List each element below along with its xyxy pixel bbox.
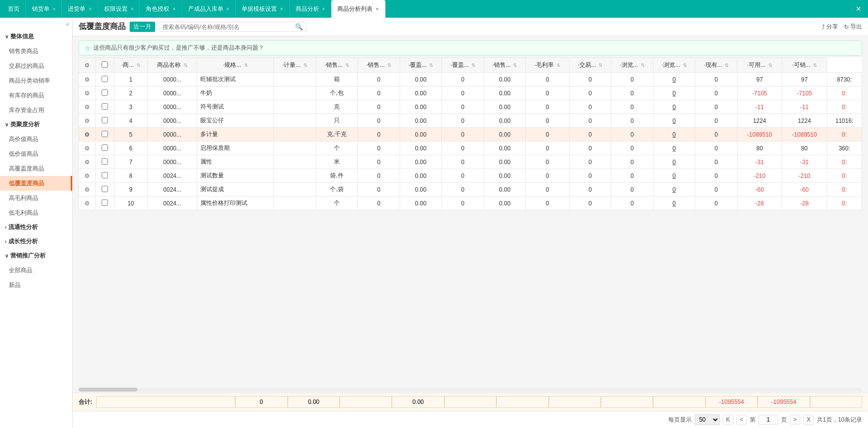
row-select-checkbox[interactable] <box>102 103 108 110</box>
search-input[interactable] <box>163 24 295 30</box>
nav-tab-inventory[interactable]: 产成品入库单 × <box>182 0 236 18</box>
nav-tab-purchase[interactable]: 进货单 × <box>62 0 98 18</box>
row-gear[interactable]: ⚙ <box>79 128 96 142</box>
row-gear[interactable]: ⚙ <box>79 197 96 210</box>
row-checkbox[interactable] <box>96 169 114 183</box>
col-browse1[interactable]: ·浏览... ⇅ <box>611 58 653 73</box>
col-browse2[interactable]: ·浏览... ⇅ <box>653 58 695 73</box>
nav-tab-sales[interactable]: 销货单 × <box>26 0 62 18</box>
row-select-checkbox[interactable] <box>102 76 108 82</box>
close-icon[interactable]: × <box>88 6 91 12</box>
col-cover2[interactable]: ·覆盖... ⇅ <box>442 58 484 73</box>
row-browse1[interactable]: 0 <box>653 183 695 197</box>
row-gear[interactable]: ⚙ <box>79 183 96 197</box>
sidebar-item-low-margin[interactable]: 低毛利商品 <box>0 205 72 220</box>
last-page-button[interactable]: X <box>803 415 814 425</box>
col-code[interactable]: ·商... ⇅ <box>114 58 147 73</box>
sidebar-section-general[interactable]: ∨ 整体信息 <box>0 29 72 44</box>
col-cover1[interactable]: ·覆盖... ⇅ <box>400 58 442 73</box>
sidebar-item-sales-goods[interactable]: 销售类商品 <box>0 44 72 58</box>
col-sales-amt[interactable]: ·销售... ⇅ <box>358 58 400 73</box>
next-page-button[interactable]: > <box>790 415 800 425</box>
row-browse1[interactable]: 0 <box>653 128 695 142</box>
row-browse1[interactable]: 0 <box>653 73 695 86</box>
row-browse1[interactable]: 0 <box>653 86 695 100</box>
row-browse1[interactable]: 0 <box>653 197 695 210</box>
prev-page-button[interactable]: < <box>736 415 747 425</box>
sidebar-item-stock-funds[interactable]: 库存资金占用 <box>0 103 72 117</box>
sidebar-collapse-button[interactable]: « <box>0 18 72 29</box>
row-gear[interactable]: ⚙ <box>79 100 96 114</box>
close-icon[interactable]: × <box>53 6 55 12</box>
horizontal-scrollbar[interactable] <box>79 388 862 392</box>
sidebar-item-traded-goods[interactable]: 交易过的商品 <box>0 58 72 73</box>
sidebar-section-cluster[interactable]: ∨ 类聚度分析 <box>0 117 72 132</box>
row-select-checkbox[interactable] <box>102 186 108 192</box>
col-sales-qty[interactable]: ·销售... ⇅ <box>316 58 358 73</box>
sidebar-item-low-value[interactable]: 低价值商品 <box>0 146 72 161</box>
col-name[interactable]: 商品名称 ⇅ <box>148 58 197 73</box>
sidebar-section-liquidity[interactable]: › 流通性分析 <box>0 220 72 234</box>
row-browse1[interactable]: 0 <box>653 100 695 114</box>
row-select-checkbox[interactable] <box>102 200 108 206</box>
sidebar-item-all-goods[interactable]: 全部商品 <box>0 263 72 278</box>
row-checkbox[interactable] <box>96 128 114 142</box>
nav-tab-goods-analysis-list[interactable]: 商品分析列表 × <box>331 0 385 18</box>
sidebar-section-marketing[interactable]: ∨ 营销推广分析 <box>0 249 72 263</box>
search-box[interactable]: 🔍 <box>159 22 306 32</box>
sidebar-section-growth[interactable]: › 成长性分析 <box>0 234 72 249</box>
sidebar-item-high-value[interactable]: 高价值商品 <box>0 132 72 146</box>
row-checkbox[interactable] <box>96 142 114 155</box>
page-number-input[interactable] <box>759 415 778 425</box>
row-select-checkbox[interactable] <box>102 117 108 123</box>
nav-tab-roles[interactable]: 角色授权 × <box>140 0 182 18</box>
row-checkbox[interactable] <box>96 197 114 210</box>
close-icon[interactable]: × <box>280 6 283 12</box>
time-filter-button[interactable]: 近一月 <box>130 22 155 32</box>
close-icon[interactable]: × <box>226 6 229 12</box>
nav-tab-goods-analysis[interactable]: 商品分析 × <box>290 0 331 18</box>
row-checkbox[interactable] <box>96 73 114 86</box>
row-browse1[interactable]: 0 <box>653 169 695 183</box>
row-gear[interactable]: ⚙ <box>79 86 96 100</box>
close-icon[interactable]: × <box>131 6 134 12</box>
col-gear[interactable]: ⚙ <box>79 58 96 73</box>
row-checkbox[interactable] <box>96 114 114 128</box>
table-container[interactable]: ⚙ ·商... ⇅ 商品名称 ⇅ ·规格... ⇅ ·计量... ⇅ ·销售..… <box>79 57 862 388</box>
sidebar-item-new-goods[interactable]: 新品 <box>0 278 72 292</box>
sidebar-item-category-rate[interactable]: 商品分类动销率 <box>0 73 72 88</box>
per-page-select[interactable]: 50 20 100 200 <box>695 414 720 425</box>
close-all-button[interactable]: × <box>851 0 866 18</box>
close-icon[interactable]: × <box>172 6 175 12</box>
row-browse1[interactable]: 0 <box>653 155 695 169</box>
col-spec[interactable]: ·规格... ⇅ <box>197 58 273 73</box>
export-button[interactable]: ↻ 导出 <box>844 23 862 31</box>
row-checkbox[interactable] <box>96 155 114 169</box>
sidebar-item-low-coverage[interactable]: 低覆盖度商品 <box>0 176 72 191</box>
col-unit[interactable]: ·计量... ⇅ <box>274 58 316 73</box>
col-checkbox[interactable] <box>96 58 114 73</box>
close-icon[interactable]: × <box>376 6 379 12</box>
close-icon[interactable]: × <box>322 6 325 12</box>
share-button[interactable]: ⤴ 分享 <box>822 23 838 31</box>
row-select-checkbox[interactable] <box>102 131 108 137</box>
row-gear[interactable]: ⚙ <box>79 73 96 86</box>
row-browse1[interactable]: 0 <box>653 114 695 128</box>
first-page-button[interactable]: K <box>723 415 733 425</box>
sidebar-item-high-margin[interactable]: 高毛利商品 <box>0 191 72 205</box>
col-margin[interactable]: ·毛利率 ⇅ <box>526 58 569 73</box>
row-checkbox[interactable] <box>96 183 114 197</box>
select-all-checkbox[interactable] <box>102 61 108 68</box>
row-select-checkbox[interactable] <box>102 172 108 178</box>
row-select-checkbox[interactable] <box>102 158 108 165</box>
row-gear[interactable]: ⚙ <box>79 142 96 155</box>
col-sales3[interactable]: ·销售... ⇅ <box>484 58 526 73</box>
col-sellable[interactable]: ·可销... ⇅ <box>782 58 827 73</box>
row-gear[interactable]: ⚙ <box>79 155 96 169</box>
row-browse1[interactable]: 0 <box>653 142 695 155</box>
row-checkbox[interactable] <box>96 100 114 114</box>
col-available[interactable]: ·可用... ⇅ <box>737 58 782 73</box>
row-select-checkbox[interactable] <box>102 144 108 151</box>
nav-tab-permissions[interactable]: 权限设置 × <box>98 0 140 18</box>
row-gear[interactable]: ⚙ <box>79 114 96 128</box>
